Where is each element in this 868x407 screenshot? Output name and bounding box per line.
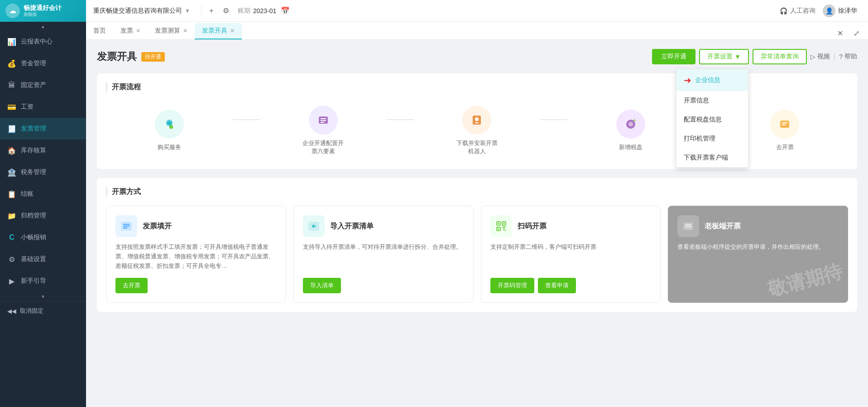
add-button[interactable]: + xyxy=(205,5,218,17)
boss-invoice-title: 老板端开票 xyxy=(705,222,741,231)
svg-rect-26 xyxy=(498,228,499,230)
sidebar-item-invoice-mgmt[interactable]: 🧾 发票管理 xyxy=(0,118,86,140)
sidebar-item-settlement[interactable]: 📋 结账 xyxy=(0,183,86,205)
dropdown-item-company-info[interactable]: ➜ 企业信息 xyxy=(676,69,748,91)
method-header-boss: 老板端开票 xyxy=(677,215,839,237)
dropdown-item-tax-config[interactable]: 配置税盘信息 xyxy=(676,110,748,129)
dropdown-item-download-client[interactable]: 下载开票客户端 xyxy=(676,148,748,167)
consultation-button[interactable]: 🎧 人工咨询 xyxy=(780,7,815,15)
sidebar-item-archive[interactable]: 📁 归档管理 xyxy=(0,205,86,227)
sidebar-item-basic-settings[interactable]: ⚙ 基础设置 xyxy=(0,248,86,270)
dropdown-label-download-client: 下载开票客户端 xyxy=(684,154,728,162)
flow-step-tax-disk: + 新增税盘 xyxy=(567,110,694,151)
sidebar-scroll-down[interactable]: ▼ xyxy=(0,292,86,301)
qr-mgmt-button[interactable]: 开票码管理 xyxy=(490,278,534,293)
page-content: 发票开具 待开通 立即开通 开票设置 ▼ 异常清单查询 ▷ 视频 | xyxy=(86,40,868,407)
tab-invoice-calc-label: 发票测算 xyxy=(155,27,180,35)
scan-code-title: 扫码开票 xyxy=(518,222,547,231)
flow-sep-1 xyxy=(233,119,260,120)
tab-close-button[interactable]: ✕ xyxy=(834,27,846,39)
sidebar-label-xiaochang: 小畅报销 xyxy=(21,233,46,242)
import-list-footer: 导入清单 xyxy=(303,278,464,293)
sidebar-item-cloud-report[interactable]: 📊 云报表中心 xyxy=(0,31,86,53)
dropdown-item-printer-mgmt[interactable]: 打印机管理 xyxy=(676,129,748,148)
sidebar-item-fund-mgmt[interactable]: 💰 资金管理 xyxy=(0,53,86,74)
scan-code-footer: 开票码管理 查看申请 xyxy=(490,278,652,293)
sidebar-label-basic-settings: 基础设置 xyxy=(21,255,46,263)
method-card-boss-invoice: 老板端开票 查看老板端小程序提交的开票申请，并作出相应的处理。 敬请期待 xyxy=(668,206,848,303)
sidebar-item-payroll[interactable]: 💳 工资 xyxy=(0,96,86,118)
sidebar-label-new-guide: 新手引导 xyxy=(21,277,46,285)
import-list-title: 导入开票清单 xyxy=(330,222,374,231)
unpin-icon: ◀◀ xyxy=(7,308,16,315)
activate-button[interactable]: 立即开通 xyxy=(652,49,695,64)
page-title-area: 发票开具 待开通 xyxy=(97,50,165,63)
settings-dropdown: ➜ 企业信息 开票信息 配置税盘信息 打印机管理 下 xyxy=(676,69,748,168)
fill-invoice-title: 发票填开 xyxy=(143,222,172,231)
tab-home[interactable]: 首页 xyxy=(86,23,113,39)
method-card-scan-code: 扫码开票 支持定制开票二维码，客户端可扫码开票 开票码管理 查看申请 xyxy=(481,206,661,303)
sidebar-label-settlement: 结账 xyxy=(21,190,34,198)
sidebar-label-invoice-mgmt: 发票管理 xyxy=(21,125,46,133)
app-sub: 旗舰版 xyxy=(24,12,62,17)
period-area: 账期 2023-01 📅 xyxy=(232,5,297,17)
tab-maximize-button[interactable]: ⤢ xyxy=(850,27,863,39)
calendar-button[interactable]: 📅 xyxy=(279,5,292,17)
sidebar-label-inventory: 库存核算 xyxy=(21,146,46,155)
svg-text:+: + xyxy=(633,118,636,123)
tab-invoice-issue-close[interactable]: ✕ xyxy=(230,28,235,34)
sidebar-scroll-up[interactable]: ▲ xyxy=(0,22,86,31)
fill-invoice-icon xyxy=(115,215,137,237)
help-label: 帮助 xyxy=(844,53,857,61)
sidebar-label-fixed-assets: 固定资产 xyxy=(21,81,46,89)
video-button[interactable]: ▷ 视频 xyxy=(810,53,830,61)
main-layout: ▲ 📊 云报表中心 💰 资金管理 🏛 固定资产 💳 工资 🧾 发票管理 🏠 库存… xyxy=(0,22,868,407)
scan-code-desc: 支持定制开票二维码，客户端可扫码开票 xyxy=(490,242,652,271)
tab-invoice-issue[interactable]: 发票开具 ✕ xyxy=(195,23,242,39)
step-circle-config xyxy=(309,106,338,135)
user-area[interactable]: 👤 徐泽华 xyxy=(823,5,857,17)
settings-label: 开票设置 xyxy=(707,53,733,61)
sidebar-label-tax-mgmt: 税务管理 xyxy=(21,168,46,176)
sidebar-cancel-label: 取消固定 xyxy=(20,307,43,315)
svg-point-8 xyxy=(475,117,479,121)
svg-rect-22 xyxy=(498,223,499,224)
go-invoice-button[interactable]: 去开票 xyxy=(115,278,148,293)
tab-invoice[interactable]: 发票 ✕ xyxy=(113,23,148,39)
sidebar-item-inventory[interactable]: 🏠 库存核算 xyxy=(0,140,86,161)
tab-invoice-close[interactable]: ✕ xyxy=(136,28,140,34)
step-label-buy-service: 购买服务 xyxy=(158,143,181,151)
flow-sep-3 xyxy=(540,119,567,120)
import-list-button[interactable]: 导入清单 xyxy=(303,278,341,293)
sidebar-cancel-pin[interactable]: ◀◀ 取消固定 xyxy=(0,301,86,320)
sidebar-item-fixed-assets[interactable]: 🏛 固定资产 xyxy=(0,74,86,96)
tab-invoice-calc[interactable]: 发票测算 ✕ xyxy=(148,23,195,39)
sidebar-label-archive: 归档管理 xyxy=(21,212,46,220)
dropdown-arrow-company: ➜ xyxy=(684,75,691,86)
company-selector[interactable]: 重庆畅捷交通信息咨询有限公司 ▼ xyxy=(86,7,197,15)
tab-invoice-calc-close[interactable]: ✕ xyxy=(183,28,187,34)
app-name: 畅捷通好会计 xyxy=(24,4,62,12)
dropdown-label-printer-mgmt: 打印机管理 xyxy=(684,135,715,143)
dropdown-item-invoice-info[interactable]: 开票信息 xyxy=(676,91,748,110)
page-header: 发票开具 待开通 立即开通 开票设置 ▼ 异常清单查询 ▷ 视频 | xyxy=(97,49,857,64)
settings-button[interactable]: ⚙ xyxy=(220,5,232,17)
sidebar-item-tax-mgmt[interactable]: 🏦 税务管理 xyxy=(0,161,86,183)
fund-mgmt-icon: 💰 xyxy=(7,59,16,68)
svg-rect-15 xyxy=(782,124,786,125)
new-guide-icon: ▶ xyxy=(7,276,16,286)
boss-invoice-icon xyxy=(677,215,699,237)
tax-mgmt-icon: 🏦 xyxy=(7,168,16,177)
exception-button[interactable]: 异常清单查询 xyxy=(753,49,807,64)
tab-bar: 首页 发票 ✕ 发票测算 ✕ 发票开具 ✕ ✕ ⤢ xyxy=(86,22,868,40)
top-bar: ☁ 畅捷通好会计 旗舰版 重庆畅捷交通信息咨询有限公司 ▼ + ⚙ 账期 202… xyxy=(0,0,868,22)
sidebar-item-new-guide[interactable]: ▶ 新手引导 xyxy=(0,270,86,292)
settings-button[interactable]: 开票设置 ▼ xyxy=(699,49,749,64)
divider-help: | xyxy=(834,53,835,61)
help-button[interactable]: ? 帮助 xyxy=(839,53,857,61)
logo-area: ☁ 畅捷通好会计 旗舰版 xyxy=(0,0,86,22)
sidebar-item-xiaochang[interactable]: C 小畅报销 xyxy=(0,227,86,248)
step-circle-tax-disk: + xyxy=(616,110,645,139)
header-actions: 立即开通 开票设置 ▼ 异常清单查询 ▷ 视频 | ? 帮助 xyxy=(652,49,857,64)
view-apply-button[interactable]: 查看申请 xyxy=(538,278,576,293)
